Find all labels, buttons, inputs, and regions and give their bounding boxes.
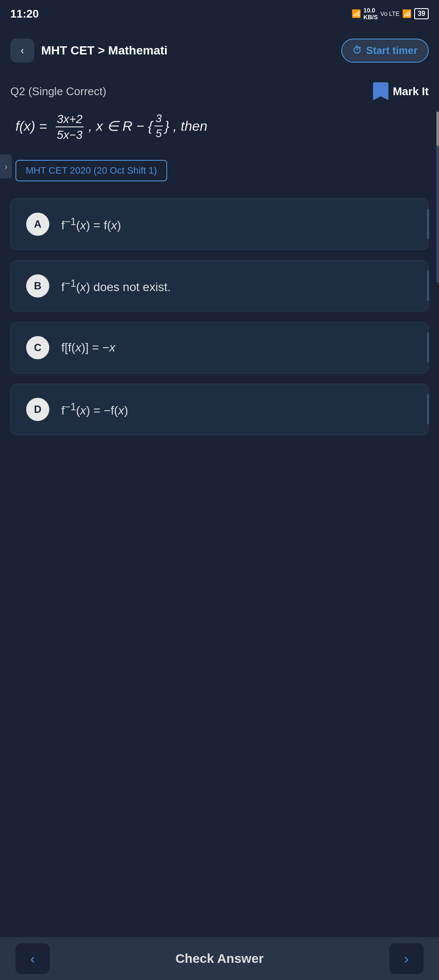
next-button[interactable]: › [389,943,424,974]
question-meta: Q2 (Single Correct) Mark It [0,75,439,107]
option-c-label: C [26,336,49,359]
question-label: Q2 (Single Correct) [10,85,106,98]
check-answer-button[interactable]: Check Answer [175,951,264,966]
timer-label: Start timer [366,45,418,57]
math-fraction: 3x+2 5x−3 [56,111,84,143]
battery-indicator: 39 [414,8,429,19]
bookmark-icon [373,82,388,100]
option-b-text: f−1(x) does not exist. [61,278,171,294]
option-b-label: B [26,274,49,298]
back-icon: ‹ [21,45,24,57]
check-answer-label: Check Answer [175,951,264,965]
mark-it-button[interactable]: Mark It [373,82,429,100]
header: ‹ MHT CET > Mathemati ⏱ Start timer [0,30,439,71]
option-b[interactable]: B f−1(x) does not exist. [10,260,429,312]
question-content: f(x) = 3x+2 5x−3 , x ∈ R − { 3 5 } , the… [0,107,439,151]
option-d[interactable]: D f−1(x) = −f(x) [10,384,429,435]
bottom-nav: ‹ Check Answer › [0,937,439,980]
options-container: A f−1(x) = f(x) B f−1(x) does not exist.… [0,190,439,444]
network-icon: 📶 [402,9,412,18]
status-icons: 📶 10.0KB/S Vo LTE 📶 39 [352,7,429,21]
option-c-text: f[f(x)] = −x [61,341,115,355]
prev-button[interactable]: ‹ [15,943,50,974]
timer-icon: ⏱ [352,45,362,56]
next-icon: › [404,951,409,967]
status-time: 11:20 [10,7,39,21]
data-icon: 10.0KB/S [364,7,378,21]
mark-it-label: Mark It [393,85,429,98]
scroll-indicator [436,111,439,283]
back-button[interactable]: ‹ [10,39,34,63]
tag-badge: MHT CET 2020 (20 Oct Shift 1) [15,160,167,181]
option-d-text: f−1(x) = −f(x) [61,401,128,418]
side-arrow[interactable]: › [0,154,12,178]
option-c[interactable]: C f[f(x)] = −x [10,322,429,373]
option-d-label: D [26,398,49,421]
scroll-thumb [436,111,439,146]
header-left: ‹ MHT CET > Mathemati [10,39,168,63]
signal-icon: 📶 [352,9,361,18]
question-tag: MHT CET 2020 (20 Oct Shift 1) [15,160,424,181]
start-timer-button[interactable]: ⏱ Start timer [341,39,429,63]
option-a-label: A [26,213,49,236]
math-set: { 3 5 } [148,111,169,141]
lte-icon: Vo LTE [380,10,400,17]
status-bar: 11:20 📶 10.0KB/S Vo LTE 📶 39 [0,0,439,26]
option-a[interactable]: A f−1(x) = f(x) [10,198,429,250]
header-title: MHT CET > Mathemati [41,44,168,57]
question-function: f(x) = 3x+2 5x−3 , x ∈ R − { 3 5 } , the… [15,118,207,134]
option-a-text: f−1(x) = f(x) [61,216,121,232]
prev-icon: ‹ [30,951,35,967]
